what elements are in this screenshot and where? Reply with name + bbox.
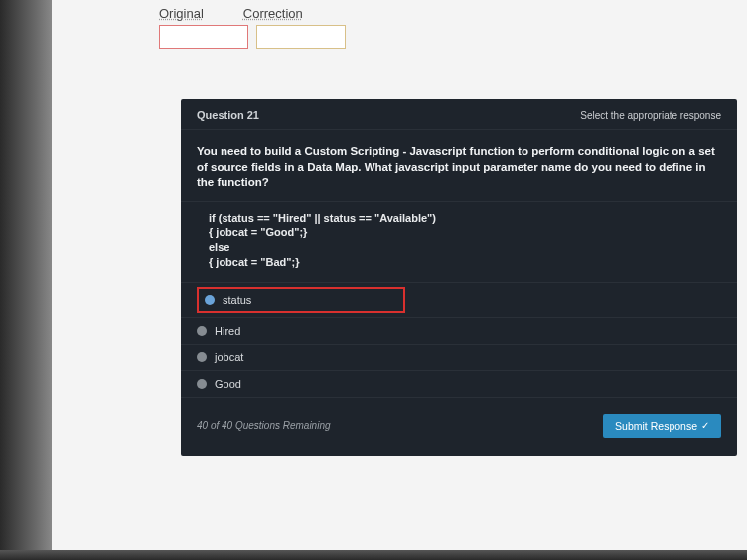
- radio-icon: [197, 379, 207, 389]
- quiz-footer: 40 of 40 Questions Remaining Submit Resp…: [181, 398, 737, 442]
- submit-response-button[interactable]: Submit Response ✓: [603, 414, 721, 438]
- radio-icon: [205, 295, 215, 305]
- option-label: jobcat: [215, 351, 243, 363]
- comparison-labels: Original Correction: [52, 0, 747, 21]
- submit-label: Submit Response: [615, 420, 697, 432]
- code-block: if (status == "Hired" || status == "Avai…: [181, 202, 737, 283]
- option-good[interactable]: Good: [181, 371, 737, 398]
- option-label: status: [223, 294, 251, 306]
- original-label: Original: [159, 6, 204, 21]
- page-container: Original Correction Question 21 Select t…: [52, 0, 747, 556]
- option-label: Good: [215, 378, 241, 390]
- option-hired[interactable]: Hired: [181, 318, 737, 345]
- check-icon: ✓: [701, 420, 709, 431]
- radio-icon: [197, 326, 207, 336]
- option-label: Hired: [215, 325, 240, 337]
- correction-label: Correction: [243, 6, 303, 21]
- option-jobcat[interactable]: jobcat: [181, 345, 737, 371]
- option-status[interactable]: status: [197, 287, 405, 313]
- correction-swatch[interactable]: [256, 25, 346, 49]
- original-swatch[interactable]: [159, 25, 248, 49]
- quiz-header: Question 21 Select the appropriate respo…: [181, 99, 737, 130]
- option-row-wrap: status: [181, 283, 737, 318]
- question-number: Question 21: [197, 109, 259, 121]
- monitor-bezel-left: [0, 0, 52, 560]
- comparison-swatches: [52, 21, 747, 49]
- quiz-instruction: Select the appropriate response: [580, 110, 721, 121]
- radio-icon: [197, 352, 207, 362]
- questions-remaining: 40 of 40 Questions Remaining: [197, 420, 331, 431]
- monitor-bezel-bottom: [0, 550, 747, 560]
- quiz-card: Question 21 Select the appropriate respo…: [181, 99, 737, 456]
- question-text: You need to build a Custom Scripting - J…: [181, 130, 737, 202]
